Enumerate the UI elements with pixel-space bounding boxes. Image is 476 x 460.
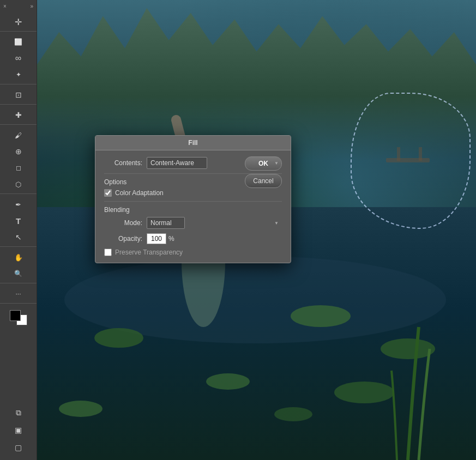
color-adaptation-row: Color Adaptation bbox=[104, 189, 282, 197]
toolbar-expand-btn[interactable]: » bbox=[30, 3, 33, 9]
mode-label: Mode: bbox=[104, 219, 142, 227]
brush-tool-btn[interactable] bbox=[11, 128, 26, 143]
tool-group-extra bbox=[0, 285, 37, 304]
hand-tool-btn[interactable] bbox=[11, 250, 26, 265]
more-tools-btn[interactable] bbox=[11, 286, 26, 301]
contents-select[interactable]: Content-Aware Foreground Color Backgroun… bbox=[147, 157, 207, 169]
lasso-tool-btn[interactable] bbox=[11, 51, 26, 66]
toolbar-close-btn[interactable]: × bbox=[3, 3, 7, 9]
tool-group-selection bbox=[0, 13, 37, 32]
crop-tool-btn[interactable] bbox=[11, 87, 26, 102]
move-tool-btn[interactable] bbox=[11, 14, 26, 29]
bucket-tool-btn[interactable] bbox=[11, 177, 26, 192]
preserve-transparency-checkbox[interactable] bbox=[104, 249, 112, 256]
foreground-color-swatch[interactable] bbox=[10, 310, 21, 321]
divider-2 bbox=[104, 201, 282, 202]
layers-btn[interactable] bbox=[11, 405, 26, 420]
toolbar-bottom bbox=[11, 404, 26, 460]
pen-tool-btn[interactable] bbox=[11, 197, 26, 212]
eraser-tool-btn[interactable] bbox=[11, 160, 26, 175]
color-adaptation-checkbox[interactable] bbox=[104, 189, 112, 197]
mode-row: Mode: Normal Dissolve Multiply Screen Ov… bbox=[104, 217, 282, 229]
color-adaptation-label: Color Adaptation bbox=[115, 189, 164, 197]
clone-tool-btn[interactable] bbox=[11, 144, 26, 159]
blending-label: Blending bbox=[104, 206, 282, 214]
screen-mode-btn[interactable] bbox=[11, 440, 26, 455]
mode-select[interactable]: Normal Dissolve Multiply Screen Overlay … bbox=[147, 217, 185, 229]
opacity-percent: % bbox=[168, 235, 174, 243]
tool-group-crop bbox=[0, 86, 37, 105]
tool-group-vector bbox=[0, 195, 37, 247]
preserve-transparency-row: Preserve Transparency bbox=[104, 249, 282, 256]
zoom-tool-btn[interactable] bbox=[11, 266, 26, 281]
toolbar-top-bar: × » bbox=[0, 2, 37, 10]
contents-select-wrapper: Content-Aware Foreground Color Backgroun… bbox=[147, 157, 282, 169]
fill-dialog[interactable]: Fill OK Cancel Contents: Content-Aware F… bbox=[95, 135, 291, 263]
dialog-body: Contents: Content-Aware Foreground Color… bbox=[95, 150, 291, 263]
quick-mask-btn[interactable] bbox=[11, 422, 26, 438]
contents-row: Contents: Content-Aware Foreground Color… bbox=[104, 157, 282, 169]
cancel-button[interactable]: Cancel bbox=[245, 174, 282, 188]
heal-tool-btn[interactable] bbox=[11, 107, 26, 123]
toolbar: × » bbox=[0, 0, 37, 460]
tool-group-navigate bbox=[0, 248, 37, 283]
tool-group-marquee bbox=[0, 33, 37, 84]
color-swatches bbox=[8, 309, 29, 331]
preserve-transparency-label: Preserve Transparency bbox=[115, 249, 183, 256]
path-select-tool-btn[interactable] bbox=[11, 229, 26, 245]
mode-select-wrapper: Normal Dissolve Multiply Screen Overlay … bbox=[147, 217, 282, 229]
text-tool-btn[interactable] bbox=[11, 213, 26, 228]
dialog-title: Fill bbox=[95, 136, 291, 150]
tool-group-retouching bbox=[0, 106, 37, 125]
magic-wand-tool-btn[interactable] bbox=[11, 67, 26, 82]
opacity-input[interactable]: 100 bbox=[147, 233, 166, 244]
opacity-row: Opacity: 100 % bbox=[104, 233, 282, 244]
blending-section: Blending Mode: Normal Dissolve Multiply … bbox=[104, 206, 282, 256]
tool-group-paint bbox=[0, 126, 37, 194]
contents-label: Contents: bbox=[104, 159, 142, 167]
opacity-label: Opacity: bbox=[104, 235, 142, 243]
select-rect-tool-btn[interactable] bbox=[11, 34, 26, 50]
